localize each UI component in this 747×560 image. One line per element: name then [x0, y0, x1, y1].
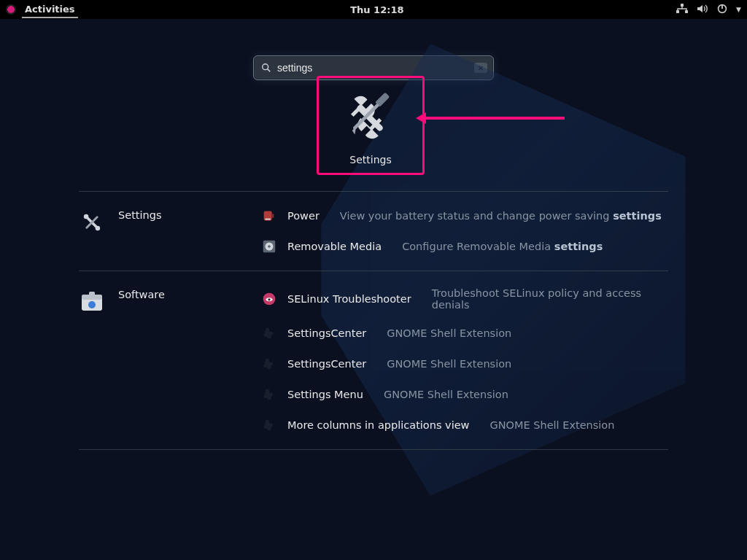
removable-media-icon — [261, 238, 277, 254]
app-result-settings[interactable]: Settings — [317, 76, 425, 175]
system-tray[interactable]: ▼ — [676, 4, 741, 16]
result-title: More columns in applications view — [287, 419, 469, 431]
svg-point-20 — [268, 245, 271, 248]
result-desc: Troubleshoot SELinux policy and access d… — [432, 287, 668, 311]
svg-line-6 — [268, 69, 271, 72]
svg-point-13 — [84, 214, 88, 219]
settings-provider-icon — [79, 209, 105, 236]
settings-app-icon — [336, 82, 406, 152]
svg-rect-17 — [266, 219, 271, 220]
result-title: SELinux Troubleshooter — [287, 293, 411, 305]
distro-logo-icon — [6, 4, 16, 15]
result-desc: View your battery status and change powe… — [340, 210, 662, 222]
power-settings-icon — [261, 208, 277, 224]
annotation-arrow — [426, 117, 565, 120]
result-title: Settings Menu — [287, 389, 363, 400]
result-row[interactable]: Settings Menu GNOME Shell Extension — [261, 386, 668, 402]
top-bar: Activities Thu 12:18 ▼ — [0, 0, 747, 19]
search-icon — [261, 63, 271, 73]
results-section: Settings Power View your battery status … — [79, 192, 668, 271]
app-result-label: Settings — [349, 154, 391, 166]
search-results: Settings Power View your battery status … — [79, 191, 668, 450]
result-row[interactable]: SELinux Troubleshooter Troubleshoot SELi… — [261, 287, 668, 311]
result-title: SettingsCenter — [287, 327, 366, 339]
network-icon[interactable] — [676, 4, 688, 16]
svg-rect-23 — [89, 292, 95, 296]
results-section: Software SELinux Troubleshooter Troubles… — [79, 271, 668, 449]
selinux-icon — [261, 291, 277, 307]
extension-icon — [261, 356, 277, 372]
result-desc: GNOME Shell Extension — [384, 389, 508, 400]
divider — [79, 191, 668, 192]
svg-point-26 — [268, 298, 270, 300]
result-row[interactable]: Removable Media Configure Removable Medi… — [261, 238, 668, 254]
extension-icon — [261, 417, 277, 433]
svg-rect-0 — [681, 4, 684, 7]
result-desc: GNOME Shell Extension — [489, 419, 614, 431]
result-row[interactable]: SettingsCenter GNOME Shell Extension — [261, 325, 668, 341]
svg-rect-1 — [676, 10, 679, 13]
section-title: Software — [118, 289, 165, 300]
activities-button[interactable]: Activities — [22, 1, 78, 18]
svg-point-5 — [263, 64, 268, 70]
section-title: Settings — [118, 209, 161, 221]
svg-rect-16 — [272, 214, 274, 218]
extension-icon — [261, 386, 277, 402]
result-row[interactable]: More columns in applications view GNOME … — [261, 417, 668, 433]
chevron-down-icon[interactable]: ▼ — [736, 6, 741, 13]
clock[interactable]: Thu 12:18 — [350, 4, 403, 15]
result-row[interactable]: SettingsCenter GNOME Shell Extension — [261, 356, 668, 372]
divider — [79, 271, 668, 271]
result-title: SettingsCenter — [287, 358, 366, 370]
result-row[interactable]: Power View your battery status and chang… — [261, 208, 668, 224]
result-desc: Configure Removable Media settings — [402, 241, 603, 252]
svg-point-14 — [96, 226, 100, 230]
software-provider-icon — [79, 289, 105, 315]
volume-icon[interactable] — [697, 4, 708, 16]
result-desc: GNOME Shell Extension — [387, 327, 511, 339]
result-title: Removable Media — [287, 241, 382, 252]
divider — [79, 449, 668, 450]
svg-point-24 — [88, 301, 96, 308]
result-title: Power — [287, 210, 320, 222]
svg-rect-2 — [685, 10, 688, 13]
result-desc: GNOME Shell Extension — [387, 358, 511, 370]
power-icon[interactable] — [717, 4, 727, 16]
extension-icon — [261, 325, 277, 341]
